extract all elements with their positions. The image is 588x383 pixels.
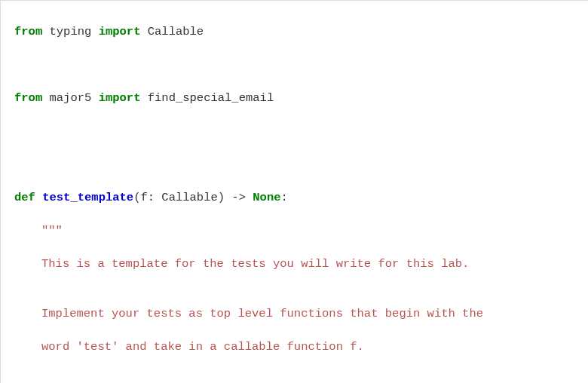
keyword-from: from <box>14 91 42 105</box>
docstring-text: word 'test' and take in a callable funct… <box>4 339 588 355</box>
keyword-from: from <box>14 25 42 38</box>
blank-line <box>4 156 588 173</box>
keyword-def: def <box>14 191 35 204</box>
docstring-text: Implement your tests as top level functi… <box>4 305 588 322</box>
signature-close: : <box>281 191 288 204</box>
blank-line <box>4 57 588 73</box>
code-line: from major5 import find_special_email <box>4 90 588 106</box>
return-type: None <box>253 191 280 204</box>
function-def-line: def test_template(f: Callable) -> None: <box>4 189 588 206</box>
code-line: from typing import Callable <box>4 23 588 40</box>
keyword-import: import <box>99 91 141 105</box>
import-target: Callable <box>140 25 204 38</box>
space <box>35 191 42 204</box>
blank-line <box>4 123 588 139</box>
docstring-text: This is a template for the tests you wil… <box>4 256 588 272</box>
signature-open: (f: Callable) -> <box>133 191 253 204</box>
module-name: major5 <box>42 91 98 105</box>
import-target: find_special_email <box>140 91 274 105</box>
code-editor-viewport: from typing import Callable from major5 … <box>0 0 588 383</box>
docstring-open: """ <box>4 222 588 239</box>
keyword-import: import <box>99 25 141 38</box>
function-name: test_template <box>42 191 133 204</box>
module-name: typing <box>42 25 98 38</box>
